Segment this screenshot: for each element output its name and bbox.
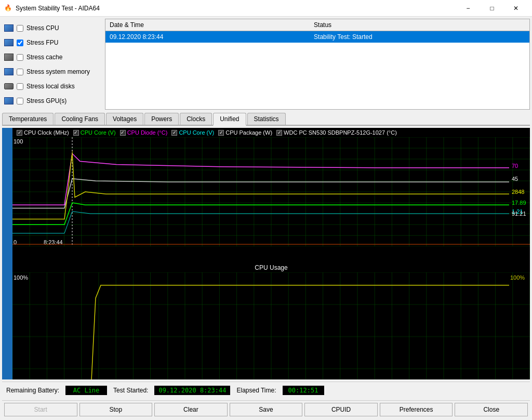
legend-label-5: WDC PC SN530 SDBPNPZ-512G-1027 (°C) bbox=[284, 129, 397, 136]
label-stress-local: Stress local disks bbox=[26, 83, 75, 90]
stop-button[interactable]: Stop bbox=[79, 403, 153, 416]
start-button: Start bbox=[4, 403, 77, 416]
top-chart-legend: CPU Clock (MHz)CPU Core (V)CPU Diode (°C… bbox=[12, 128, 530, 137]
legend-label-1: CPU Core (V) bbox=[81, 129, 116, 136]
legend-label-0: CPU Clock (MHz) bbox=[24, 129, 69, 136]
elapsed-label: Elapsed Time: bbox=[236, 387, 276, 394]
legend-checkbox-4 bbox=[218, 130, 224, 136]
col-datetime: Date & Time bbox=[105, 19, 310, 31]
legend-label-2: CPU Diode (°C) bbox=[127, 129, 168, 136]
button-bar: StartStopClearSaveCPUIDPreferencesClose bbox=[2, 400, 530, 418]
checkbox-stress-cache[interactable] bbox=[17, 54, 23, 61]
bottom-chart-container: CPU Usage bbox=[12, 263, 530, 379]
col-status: Status bbox=[310, 19, 529, 31]
cpu-icon bbox=[4, 24, 14, 32]
legend-item-5: WDC PC SN530 SDBPNPZ-512G-1027 (°C) bbox=[276, 129, 397, 136]
checkbox-stress-local[interactable] bbox=[17, 83, 23, 90]
tabs-bar: TemperaturesCooling FansVoltagesPowersCl… bbox=[2, 112, 530, 126]
title-bar: 🔥 System Stability Test - AIDA64 − □ ✕ bbox=[0, 0, 532, 17]
checkbox-item-stress-cache[interactable]: Stress cache bbox=[2, 50, 101, 64]
window-title: System Stability Test - AIDA64 bbox=[16, 5, 456, 12]
legend-item-4: CPU Package (W) bbox=[218, 129, 272, 136]
legend-item-3: CPU Core (V) bbox=[171, 129, 214, 136]
fpu-icon bbox=[4, 39, 14, 46]
maximize-button[interactable]: □ bbox=[480, 0, 504, 17]
app-icon: 🔥 bbox=[4, 4, 12, 12]
checkbox-item-stress-fpu[interactable]: Stress FPU bbox=[2, 35, 101, 50]
bottom-bar: Remaining Battery: AC Line Test Started:… bbox=[2, 382, 530, 398]
status-row[interactable]: 09.12.2020 8:23:44Stability Test: Starte… bbox=[105, 31, 529, 43]
checkbox-item-stress-gpu[interactable]: Stress GPU(s) bbox=[2, 94, 101, 108]
label-stress-memory: Stress system memory bbox=[26, 68, 90, 75]
checkbox-item-stress-cpu[interactable]: Stress CPU bbox=[2, 21, 101, 35]
test-started-label: Test Started: bbox=[113, 387, 148, 394]
label-stress-gpu: Stress GPU(s) bbox=[26, 97, 66, 104]
tab-statistics[interactable]: Statistics bbox=[247, 113, 286, 125]
label-stress-cache: Stress cache bbox=[26, 54, 62, 61]
preferences-button[interactable]: Preferences bbox=[380, 403, 453, 416]
disk-icon bbox=[4, 83, 14, 89]
legend-checkbox-5 bbox=[276, 130, 282, 136]
gpu-icon bbox=[4, 97, 14, 104]
tab-temperatures[interactable]: Temperatures bbox=[2, 113, 54, 125]
status-panel: Date & Time Status 09.12.2020 8:23:44Sta… bbox=[105, 19, 530, 110]
legend-item-2: CPU Diode (°C) bbox=[120, 129, 168, 136]
battery-label: Remaining Battery: bbox=[6, 387, 59, 394]
tab-cooling-fans[interactable]: Cooling Fans bbox=[55, 113, 105, 125]
cpuid-button[interactable]: CPUID bbox=[304, 403, 378, 416]
checkbox-stress-memory[interactable] bbox=[17, 69, 23, 75]
cpu-usage-title: CPU Usage bbox=[12, 263, 530, 272]
top-chart-container: CPU Clock (MHz)CPU Core (V)CPU Diode (°C… bbox=[12, 128, 530, 263]
tab-voltages[interactable]: Voltages bbox=[106, 113, 143, 125]
legend-checkbox-0 bbox=[17, 130, 22, 136]
status-text: Stability Test: Started bbox=[310, 31, 529, 43]
legend-item-1: CPU Core (V) bbox=[73, 129, 116, 136]
legend-checkbox-3 bbox=[171, 130, 177, 136]
checkbox-item-stress-memory[interactable]: Stress system memory bbox=[2, 64, 101, 79]
tab-powers[interactable]: Powers bbox=[144, 113, 179, 125]
tab-unified[interactable]: Unified bbox=[213, 113, 246, 126]
test-started-value: 09.12.2020 8:23:44 bbox=[154, 386, 230, 395]
cache-icon bbox=[4, 54, 14, 61]
checkbox-stress-fpu[interactable] bbox=[17, 40, 23, 46]
label-stress-fpu: Stress FPU bbox=[26, 39, 58, 46]
checkbox-item-stress-local[interactable]: Stress local disks bbox=[2, 79, 101, 94]
tab-clocks[interactable]: Clocks bbox=[180, 113, 212, 125]
save-button[interactable]: Save bbox=[230, 403, 303, 416]
legend-checkbox-1 bbox=[73, 130, 79, 136]
close-button[interactable]: Close bbox=[455, 403, 528, 416]
minimize-button[interactable]: − bbox=[456, 0, 480, 17]
legend-checkbox-2 bbox=[120, 130, 126, 136]
close-button[interactable]: ✕ bbox=[504, 0, 528, 17]
mem-icon bbox=[4, 68, 14, 75]
legend-label-4: CPU Package (W) bbox=[225, 129, 272, 136]
label-stress-cpu: Stress CPU bbox=[26, 24, 59, 32]
checkboxes-panel: Stress CPUStress FPUStress cacheStress s… bbox=[2, 19, 101, 110]
checkbox-stress-cpu[interactable] bbox=[17, 25, 23, 32]
status-datetime: 09.12.2020 8:23:44 bbox=[105, 31, 310, 43]
clear-button[interactable]: Clear bbox=[154, 403, 228, 416]
legend-item-0: CPU Clock (MHz) bbox=[17, 129, 69, 136]
battery-value: AC Line bbox=[65, 386, 107, 395]
checkbox-stress-gpu[interactable] bbox=[17, 98, 23, 104]
elapsed-value: 00:12:51 bbox=[283, 386, 324, 395]
legend-label-3: CPU Core (V) bbox=[179, 129, 214, 136]
sidebar-indicator bbox=[2, 128, 12, 379]
